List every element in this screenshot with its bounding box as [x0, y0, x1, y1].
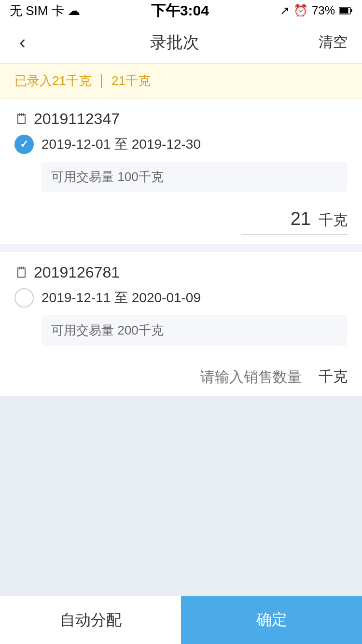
batch1-amount-unit: 千克	[319, 210, 348, 230]
banner-divider	[101, 74, 102, 88]
back-button[interactable]: ‹	[14, 27, 30, 58]
recorded-amount-label: 已录入21千克	[14, 72, 91, 89]
batch2-header: 🗒 2019126781	[14, 264, 348, 281]
batch1-date: 2019-12-01 至 2019-12-30	[42, 135, 201, 154]
batch1-available: 可用交易量 100千克	[42, 162, 348, 192]
status-time: 下午3:04	[151, 1, 209, 21]
batch1-amount-wrapper: 21 千克	[0, 204, 362, 244]
bottom-bar: 自动分配 确定	[0, 596, 362, 644]
status-bar: 无 SIM 卡 ☁ 下午3:04 ↗ ⏰ 73%	[0, 0, 362, 21]
batch1-id: 2019112347	[34, 110, 120, 128]
batch2-input-underline	[109, 396, 253, 396]
main-content: 已录入21千克 21千克 🗒 2019112347 2019-12-01 至 2…	[0, 64, 362, 596]
status-right: ↗ ⏰ 73%	[280, 4, 352, 17]
batch1-radio[interactable]	[14, 135, 34, 154]
batch2-date: 2019-12-11 至 2020-01-09	[42, 289, 201, 307]
batch-card-2: 🗒 2019126781 2019-12-11 至 2020-01-09 可用交…	[0, 252, 362, 396]
page-title: 录批次	[150, 31, 199, 54]
battery-icon	[339, 4, 352, 17]
alarm-icon: ⏰	[293, 4, 308, 17]
batch1-amount-value: 21	[291, 209, 311, 229]
batch1-header: 🗒 2019112347	[14, 110, 348, 128]
batch1-date-row[interactable]: 2019-12-01 至 2019-12-30	[14, 135, 348, 154]
batch-card-1: 🗒 2019112347 2019-12-01 至 2019-12-30 可用交…	[0, 98, 362, 244]
svg-rect-2	[340, 8, 348, 14]
batch2-available: 可用交易量 200千克	[42, 315, 348, 346]
batch2-input-unit: 千克	[319, 367, 348, 387]
no-sim-text: 无 SIM 卡 ☁	[10, 2, 80, 19]
batch1-amount-line	[241, 234, 348, 235]
confirm-button[interactable]: 确定	[181, 596, 362, 644]
recorded-amount-value: 21千克	[111, 72, 151, 89]
auto-distribute-button[interactable]: 自动分配	[0, 596, 181, 644]
batch1-icon: 🗒	[14, 111, 29, 127]
location-icon: ↗	[280, 4, 290, 17]
batch2-id: 2019126781	[34, 264, 120, 281]
info-banner: 已录入21千克 21千克	[0, 64, 362, 98]
status-left: 无 SIM 卡 ☁	[10, 2, 80, 19]
batch2-input-row: 千克	[0, 357, 362, 396]
section-divider-1	[0, 244, 362, 252]
batch2-radio[interactable]	[14, 288, 34, 308]
clear-button[interactable]: 清空	[319, 32, 348, 52]
empty-area	[0, 396, 362, 596]
svg-rect-1	[351, 9, 352, 12]
batch2-quantity-input[interactable]	[164, 369, 309, 385]
batch2-icon: 🗒	[14, 265, 29, 281]
nav-bar: ‹ 录批次 清空	[0, 21, 362, 64]
batch2-date-row[interactable]: 2019-12-11 至 2020-01-09	[14, 288, 348, 308]
battery-text: 73%	[312, 4, 335, 17]
